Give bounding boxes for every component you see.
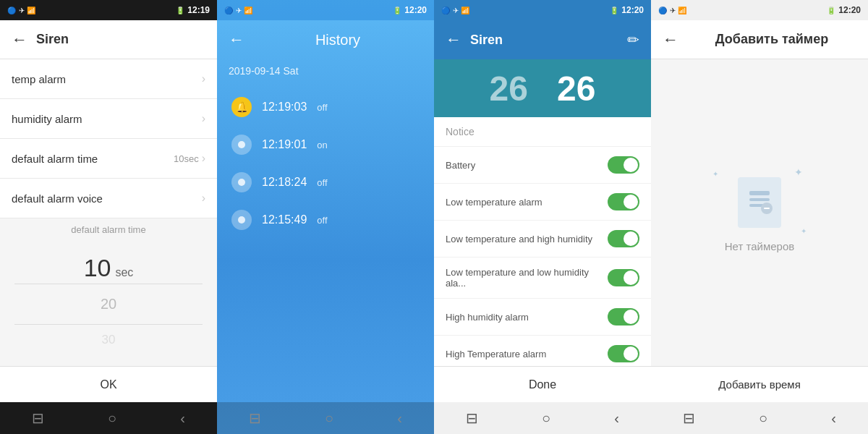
picker-section: default alarm time 0 10 sec 20 30 40 xyxy=(0,218,217,366)
picker-val-0: 0 xyxy=(104,241,112,250)
nav-menu-icon-4[interactable]: ⊟ xyxy=(683,409,695,427)
nav-menu-icon-3[interactable]: ⊟ xyxy=(466,409,478,427)
notice-header: Notice xyxy=(434,117,651,147)
history-dot-inner-2 xyxy=(238,179,245,186)
nav-back-icon[interactable]: ‹ xyxy=(180,410,185,427)
history-item-3[interactable]: 12:15:49 off xyxy=(217,201,434,239)
siren-panel: 🔵 ✈ 📶 🔋 12:19 ← Siren temp alarm › humid… xyxy=(0,0,217,434)
history-item-2[interactable]: 12:18:24 off xyxy=(217,163,434,201)
battery-icon: 🔋 xyxy=(176,7,184,14)
history-item-1[interactable]: 12:19:01 on xyxy=(217,126,434,163)
menu-item-default-alarm-voice-arrow: › xyxy=(202,192,205,205)
history-dot-0: 🔔 xyxy=(231,97,252,117)
picker-val-20: 20 xyxy=(101,286,116,322)
nav-back-icon-4[interactable]: ‹ xyxy=(831,410,836,427)
status-bar-2: 🔵 ✈ 📶 🔋 12:20 xyxy=(217,0,434,20)
nav-home-icon[interactable]: ○ xyxy=(108,410,116,427)
notice-item-low-temp-low-hum[interactable]: Low temperature and low humidity ala... xyxy=(434,258,651,299)
history-time-2: 12:18:24 xyxy=(262,176,307,189)
picker-val-40: 40 xyxy=(103,358,115,367)
bt-icon-2: 🔵 xyxy=(224,7,233,14)
nav-menu-icon[interactable]: ⊟ xyxy=(32,409,44,427)
history-dot-2 xyxy=(231,172,252,192)
toggle-low-temp-high-hum[interactable] xyxy=(608,230,639,247)
nav-bar-4: ⊟ ○ ‹ xyxy=(651,402,868,434)
notice-list: Battery Low temperature alarm Low temper… xyxy=(434,147,651,366)
ok-button[interactable]: OK xyxy=(0,366,217,402)
status-time-4: 12:20 xyxy=(838,5,861,15)
menu-item-default-alarm-voice[interactable]: default alarm voice › xyxy=(0,179,217,218)
notice-item-high-hum[interactable]: High humidity alarm xyxy=(434,299,651,336)
empty-text: Нет таймеров xyxy=(725,240,794,252)
default-alarm-time-arrow: › xyxy=(202,152,205,165)
empty-doc-svg xyxy=(745,188,774,217)
notice-item-high-hum-label: High humidity alarm xyxy=(446,312,608,323)
history-status-1: on xyxy=(317,140,327,150)
back-button-1[interactable]: ← xyxy=(12,30,27,49)
timer-back-button[interactable]: ← xyxy=(663,30,678,49)
picker-wheel[interactable]: 0 10 sec 20 30 40 xyxy=(0,241,217,366)
menu-item-default-alarm-time[interactable]: default alarm time 10sec › xyxy=(0,139,217,179)
toggle-battery[interactable] xyxy=(608,156,639,174)
history-time-0: 12:19:03 xyxy=(262,101,307,114)
nav-home-icon-3[interactable]: ○ xyxy=(542,410,550,427)
deco-star-3: ✦ xyxy=(801,227,807,235)
nav-home-icon-2[interactable]: ○ xyxy=(325,410,333,427)
nav-back-icon-2[interactable]: ‹ xyxy=(397,410,402,427)
picker-line-bottom xyxy=(14,324,203,325)
signal-icon-4: ✈ 📶 xyxy=(670,7,686,14)
svg-rect-0 xyxy=(749,191,770,195)
toggle-low-temp-low-hum[interactable] xyxy=(608,269,639,286)
toggle-high-hum[interactable] xyxy=(608,308,639,326)
history-dot-1 xyxy=(231,135,252,155)
signal-icon-3: ✈ 📶 xyxy=(453,7,469,14)
notice-item-battery-label: Battery xyxy=(446,160,608,171)
notice-item-battery[interactable]: Battery xyxy=(434,147,651,184)
siren-back-button[interactable]: ← xyxy=(446,30,461,49)
toggle-high-temp[interactable] xyxy=(608,345,639,362)
toggle-low-temp[interactable] xyxy=(608,193,639,210)
notice-item-high-temp[interactable]: High Temperature alarm xyxy=(434,336,651,366)
status-bar-4: 🔵 ✈ 📶 🔋 12:20 xyxy=(651,0,868,20)
notice-item-low-temp-high-hum-label: Low temperature and high humidity xyxy=(446,234,608,244)
nav-back-icon-3[interactable]: ‹ xyxy=(614,410,619,427)
notice-item-low-temp-high-hum[interactable]: Low temperature and high humidity xyxy=(434,221,651,258)
cal-day-2: 26 xyxy=(557,69,595,109)
calendar-strip: 26 26 xyxy=(434,59,651,117)
picker-val-selected: 10 xyxy=(84,250,111,286)
battery-icon-2: 🔋 xyxy=(393,7,401,14)
battery-icon-4: 🔋 xyxy=(827,7,835,14)
history-panel: 🔵 ✈ 📶 🔋 12:20 ← History 2019-09-14 Sat 🔔… xyxy=(217,0,434,434)
notice-item-high-temp-label: High Temperature alarm xyxy=(446,349,608,359)
notice-item-low-temp-low-hum-label: Low temperature and low humidity ala... xyxy=(446,267,608,289)
nav-home-icon-4[interactable]: ○ xyxy=(759,410,767,427)
picker-unit: sec xyxy=(115,266,133,279)
picker-line-top xyxy=(14,284,203,284)
history-item-3-details: 12:15:49 xyxy=(262,213,307,226)
menu-item-humidity-alarm[interactable]: humidity alarm › xyxy=(0,99,217,139)
siren-notices-panel: 🔵 ✈ 📶 🔋 12:20 ← Siren ✏ 26 26 Notice Bat… xyxy=(434,0,651,434)
add-time-button[interactable]: Добавить время xyxy=(651,366,868,402)
picker-selected-row: 10 sec xyxy=(84,250,134,286)
history-back-button[interactable]: ← xyxy=(229,30,244,49)
done-button[interactable]: Done xyxy=(434,366,651,402)
status-left-2: 🔵 ✈ 📶 xyxy=(224,7,252,14)
add-timer-panel: 🔵 ✈ 📶 🔋 12:20 ← Добавить таймер ✦ ✦ ✦ xyxy=(651,0,868,434)
status-right-3: 🔋 12:20 xyxy=(610,5,644,15)
history-item-0[interactable]: 🔔 12:19:03 off xyxy=(217,88,434,126)
edit-icon[interactable]: ✏ xyxy=(627,31,639,48)
menu-item-temp-alarm[interactable]: temp alarm › xyxy=(0,59,217,99)
status-time-1: 12:19 xyxy=(187,5,210,15)
signal-icons: ✈ 📶 xyxy=(19,7,35,14)
picker-label: default alarm time xyxy=(71,224,145,235)
menu-list: temp alarm › humidity alarm › default al… xyxy=(0,59,217,218)
notice-item-low-temp[interactable]: Low temperature alarm xyxy=(434,184,651,221)
panel1-header: ← Siren xyxy=(0,20,217,59)
history-date: 2019-09-14 Sat xyxy=(217,59,434,82)
menu-item-temp-alarm-label: temp alarm xyxy=(12,73,66,85)
nav-menu-icon-2[interactable]: ⊟ xyxy=(249,409,261,427)
menu-item-humidity-alarm-label: humidity alarm xyxy=(12,113,82,125)
status-bar-3: 🔵 ✈ 📶 🔋 12:20 xyxy=(434,0,651,20)
bt-icon-4: 🔵 xyxy=(658,7,667,14)
signal-icon-2: ✈ 📶 xyxy=(236,7,252,14)
